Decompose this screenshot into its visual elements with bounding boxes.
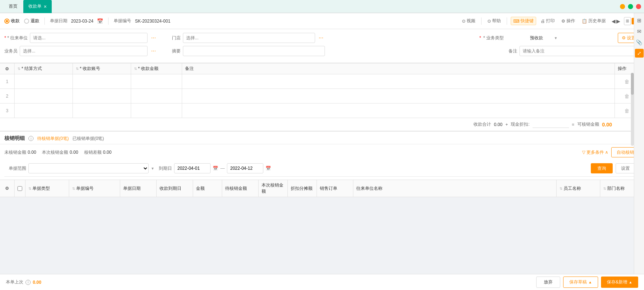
settlement-cell-3[interactable] xyxy=(15,103,73,118)
scroll-thumb[interactable] xyxy=(631,73,634,95)
divider-2 xyxy=(108,17,109,25)
radio-receipt[interactable]: 收款 xyxy=(4,18,20,24)
footer-left: 本单上次 i 0.00 xyxy=(6,279,41,285)
calendar-from-icon[interactable]: 📅 xyxy=(213,166,218,171)
summary-input[interactable] xyxy=(183,46,325,56)
remark-header: 备注 xyxy=(182,63,615,74)
filter-range-wrap: 单据范围 ▼ xyxy=(9,163,154,173)
done-tab[interactable]: 已核销单据(0笔) xyxy=(72,136,104,142)
discount-input[interactable] xyxy=(533,121,569,128)
counterparty-more-btn[interactable]: ··· xyxy=(150,35,157,41)
close-button[interactable] xyxy=(636,4,641,9)
row-number-3: 3 xyxy=(6,108,8,113)
query-label: 查询 xyxy=(597,166,606,171)
keyboard-icon: ⌨ xyxy=(513,19,519,24)
maximize-button[interactable] xyxy=(628,4,633,9)
radio-refund-circle xyxy=(24,19,29,24)
print-btn[interactable]: 🖨 打印 xyxy=(538,17,557,25)
gear-header[interactable]: ⚙ xyxy=(0,63,15,74)
tab-receipt-label: 收款单 xyxy=(28,3,42,9)
settlement-cell-2[interactable] xyxy=(15,89,73,103)
info-icon[interactable]: i xyxy=(28,136,34,141)
video-btn[interactable]: ⊙ 视频 xyxy=(460,17,478,25)
account-cell-1[interactable] xyxy=(73,74,131,89)
delete-icon-2[interactable]: 🗑 xyxy=(624,93,629,99)
filter-range-select[interactable] xyxy=(28,163,149,173)
calendar-icon[interactable]: 📅 xyxy=(97,18,103,24)
filter-icon: ▽ xyxy=(582,150,585,155)
draft-button[interactable]: 保存草稿 ▲ xyxy=(563,277,598,288)
form-area: * * 往来单位 ··· 门店 ··· * * 业务类型 预收款 ▼ ⚙ 设置 … xyxy=(0,29,644,63)
employee-header: ⇅ 员工名称 xyxy=(557,180,600,197)
verify-right: ▽ 更多条件 ∧ 自动核销 xyxy=(582,147,640,157)
delete-icon-3[interactable]: 🗑 xyxy=(624,108,629,114)
remark-header-label: 备注 xyxy=(185,66,194,72)
amount-cell-2[interactable] xyxy=(131,89,182,103)
save-arrow-icon: ▲ xyxy=(629,280,632,284)
sidebar-expand-icon[interactable]: ⤢ xyxy=(635,49,644,58)
scrollbar[interactable] xyxy=(631,73,634,146)
gear-icon: ⚙ xyxy=(622,35,626,40)
radio-refund[interactable]: 退款 xyxy=(24,18,39,24)
unchecked-value: 0.00 xyxy=(28,150,36,155)
date-to-input[interactable] xyxy=(227,163,263,173)
net-value: 0.00 xyxy=(602,122,612,128)
abandon-button[interactable]: 放弃 xyxy=(536,277,560,288)
sidebar-table-icon[interactable]: ⊞ xyxy=(635,16,644,25)
bottom-gear-header[interactable]: ⚙ xyxy=(0,180,15,197)
settlement-cell-1[interactable] xyxy=(15,74,73,89)
number-value: SK-20230324-001 xyxy=(135,19,170,24)
account-cell-3[interactable] xyxy=(73,103,131,118)
remark-input[interactable] xyxy=(519,46,640,56)
calendar-to-icon[interactable]: 📅 xyxy=(266,166,271,171)
sidebar-email-icon[interactable]: ✉ xyxy=(635,27,644,36)
delete-icon-1[interactable]: 🗑 xyxy=(624,79,629,85)
operation-icon: ⚙ xyxy=(561,19,565,24)
tab-receipt[interactable]: 收款单 × xyxy=(23,0,52,13)
remark-field: 备注 xyxy=(508,46,640,56)
pending-tab[interactable]: 待核销单据(0笔) xyxy=(37,136,69,142)
doc-date-label: 单据日期 xyxy=(123,185,141,192)
salesperson-more-btn[interactable]: ··· xyxy=(150,48,157,54)
remark-cell-1[interactable] xyxy=(182,74,615,89)
shortcut-btn[interactable]: ⌨ 快捷键 xyxy=(511,17,536,25)
select-all-checkbox[interactable] xyxy=(17,186,22,191)
current-stat: 本次核销金额 0.00 xyxy=(42,149,78,156)
amount-cell-1[interactable] xyxy=(131,74,182,89)
bottom-table-header: ⚙ ⇅ 单据类型 ⇅ 单据编号 单据日期 收款到期日 金额 待核销金额 本次核销… xyxy=(0,180,644,197)
chevron-up-icon: ∧ xyxy=(605,150,608,155)
help-btn[interactable]: ⊙ 帮助 xyxy=(485,17,503,25)
sidebar-attachment-icon[interactable]: 📎 xyxy=(635,38,644,47)
business-type-dropdown-icon[interactable]: ▼ xyxy=(554,36,558,40)
verification-title: 核销明细 xyxy=(4,135,25,142)
store-input[interactable] xyxy=(183,33,315,43)
remark-cell-3[interactable] xyxy=(182,103,615,118)
abandon-label: 放弃 xyxy=(544,279,553,285)
tab-close-icon[interactable]: × xyxy=(44,4,47,9)
verification-section-header: 核销明细 i 待核销单据(0笔) 已核销单据(0笔) xyxy=(0,132,644,144)
row-number-1: 1 xyxy=(6,79,8,84)
counterparty-input[interactable] xyxy=(30,33,148,43)
minimize-button[interactable] xyxy=(620,4,625,9)
summary-label: 摘要 xyxy=(172,48,181,54)
query-btn[interactable]: 查询 xyxy=(591,163,613,173)
salesperson-input[interactable] xyxy=(20,46,148,56)
history-label: 历史单据 xyxy=(588,18,606,24)
nav-prev-icon[interactable]: ◀ xyxy=(612,18,616,24)
checkbox-header[interactable] xyxy=(15,180,25,197)
account-cell-2[interactable] xyxy=(73,89,131,103)
nav-next-icon[interactable]: ▶ xyxy=(616,18,620,24)
store-more-btn[interactable]: ··· xyxy=(317,35,325,41)
list-icon[interactable]: ≡ xyxy=(624,17,631,25)
more-conditions-btn[interactable]: ▽ 更多条件 ∧ xyxy=(582,149,608,156)
tab-home[interactable]: 首页 xyxy=(3,0,23,13)
history-btn[interactable]: 📋 历史单据 xyxy=(580,17,608,25)
save-button[interactable]: 保存&新增 ▲ xyxy=(601,277,638,288)
amount-cell-3[interactable] xyxy=(131,103,182,118)
operation-btn[interactable]: ⚙ 操作 xyxy=(559,17,577,25)
divider-3 xyxy=(481,17,482,25)
remark-cell-2[interactable] xyxy=(182,89,615,103)
footer: 本单上次 i 0.00 放弃 保存草稿 ▲ 保存&新增 ▲ xyxy=(0,274,644,290)
filter-setting-btn[interactable]: 设置 xyxy=(616,163,635,173)
date-from-input[interactable] xyxy=(174,163,211,173)
